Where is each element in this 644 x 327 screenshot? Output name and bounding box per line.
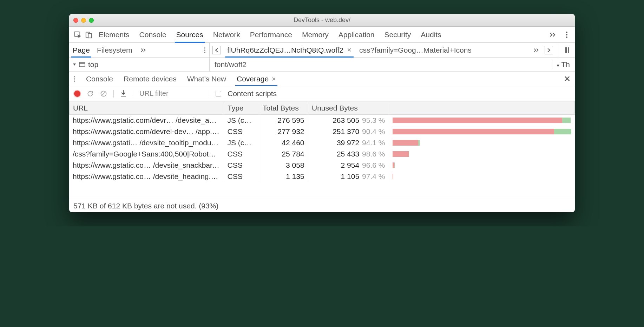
main-tab-application[interactable]: Application xyxy=(339,27,375,42)
svg-point-3 xyxy=(566,32,567,33)
drawer-tab-coverage[interactable]: Coverage ✕ xyxy=(237,72,276,86)
cell-usage-bar xyxy=(389,115,575,126)
svg-point-4 xyxy=(566,34,567,35)
sources-subrow: Page Filesystem flUhRq6tzZclQEJ…NcIhQ8tQ… xyxy=(69,43,575,58)
cell-type: CSS xyxy=(224,160,259,171)
svg-point-5 xyxy=(566,36,567,38)
cell-total: 25 784 xyxy=(259,148,308,160)
navigator-kebab-icon[interactable] xyxy=(204,47,206,53)
col-total-header[interactable]: Total Bytes xyxy=(259,101,308,115)
svg-rect-2 xyxy=(88,33,91,38)
close-tab-icon[interactable]: ✕ xyxy=(347,47,351,53)
cell-total: 1 135 xyxy=(259,171,308,182)
coverage-row[interactable]: https://www.gstatic.com/devr… /devsite_a… xyxy=(69,115,575,126)
cell-unused: 1 10597.4 % xyxy=(308,171,389,182)
editor-overflow-icon[interactable] xyxy=(533,48,540,52)
coverage-toolbar: URL filter Content scripts xyxy=(69,86,575,101)
col-type-header[interactable]: Type xyxy=(224,101,259,115)
file-tab-label: flUhRq6tzZclQEJ…NcIhQ8tQ.woff2 xyxy=(227,46,343,54)
cell-usage-bar xyxy=(389,126,575,137)
content-scripts-label: Content scripts xyxy=(228,89,277,98)
file-tab-css[interactable]: css?family=Goog…Material+Icons xyxy=(358,43,473,57)
svg-point-6 xyxy=(204,47,205,48)
expand-triangle-icon[interactable] xyxy=(73,63,76,66)
svg-line-15 xyxy=(102,92,105,95)
main-tab-performance[interactable]: Performance xyxy=(250,27,292,42)
svg-point-8 xyxy=(204,52,205,53)
drawer-tab-console[interactable]: Console xyxy=(86,72,113,86)
close-drawer-tab-icon[interactable]: ✕ xyxy=(271,76,276,82)
main-tab-elements[interactable]: Elements xyxy=(99,27,130,42)
cell-type: JS (coa… xyxy=(224,137,259,148)
cell-usage-bar xyxy=(389,160,575,171)
col-unused-header[interactable]: Unused Bytes xyxy=(308,101,389,115)
coverage-row[interactable]: https://www.gstatic.com/devrel-dev… /app… xyxy=(69,126,575,137)
coverage-row[interactable]: https://www.gstati… /devsite_tooltip_mod… xyxy=(69,137,575,148)
cell-total: 3 058 xyxy=(259,160,308,171)
col-url-header[interactable]: URL xyxy=(70,101,224,115)
sources-content-row: top font/woff2 ▼ Th xyxy=(69,58,575,72)
cell-usage-bar xyxy=(389,137,575,148)
main-tab-sources[interactable]: Sources xyxy=(176,27,203,42)
main-tabstrip: ElementsConsoleSourcesNetworkPerformance… xyxy=(69,27,575,43)
drawer-kebab-icon[interactable] xyxy=(73,76,75,82)
cell-total: 277 932 xyxy=(259,126,308,137)
svg-rect-16 xyxy=(121,96,126,96)
drawer-tab-remote-devices[interactable]: Remote devices xyxy=(124,72,177,86)
cell-url: https://www.gstatic.co… /devsite_snackba… xyxy=(69,160,224,171)
cell-usage-bar xyxy=(389,148,575,160)
svg-point-7 xyxy=(204,49,205,51)
next-file-icon[interactable] xyxy=(545,46,553,54)
editor-content: font/woff2 ▼ Th xyxy=(210,58,575,71)
svg-point-13 xyxy=(74,81,75,82)
cell-type: CSS xyxy=(224,126,259,137)
coverage-row[interactable]: https://www.gstatic.co… /devsite_snackba… xyxy=(69,160,575,171)
prev-file-icon[interactable] xyxy=(212,46,221,54)
overflow-tabs-icon[interactable] xyxy=(545,32,561,37)
export-icon[interactable] xyxy=(120,90,126,97)
main-tab-network[interactable]: Network xyxy=(213,27,240,42)
device-toolbar-icon[interactable] xyxy=(84,30,94,40)
navigator-tree[interactable]: top xyxy=(69,58,210,71)
cell-unused: 25 43398.6 % xyxy=(308,148,389,160)
navigator-tab-filesystem[interactable]: Filesystem xyxy=(97,43,132,57)
svg-point-12 xyxy=(74,78,75,80)
coverage-row[interactable]: https://www.gstatic.co… /devsite_heading… xyxy=(69,171,575,182)
settings-kebab-icon[interactable] xyxy=(562,31,571,38)
main-tab-audits[interactable]: Audits xyxy=(421,27,441,42)
record-button[interactable] xyxy=(74,91,80,97)
navigator-overflow-icon[interactable] xyxy=(140,48,147,52)
window-title: DevTools - web.dev/ xyxy=(69,16,575,24)
cell-url: https://www.gstati… /devsite_tooltip_mod… xyxy=(69,137,224,148)
cell-url: https://www.gstatic.co… /devsite_heading… xyxy=(69,171,224,182)
file-tab-label: css?family=Goog…Material+Icons xyxy=(359,46,472,54)
file-tab-woff2[interactable]: flUhRq6tzZclQEJ…NcIhQ8tQ.woff2 ✕ xyxy=(226,43,353,57)
navigator-tab-page[interactable]: Page xyxy=(73,43,90,57)
reload-icon[interactable] xyxy=(87,90,94,97)
cell-unused: 251 37090.4 % xyxy=(308,126,389,137)
main-tab-memory[interactable]: Memory xyxy=(302,27,329,42)
threads-panel-toggle[interactable]: ▼ Th xyxy=(552,60,570,69)
coverage-row[interactable]: /css?family=Google+Sans:400,500|Roboto:4… xyxy=(69,148,575,160)
cell-type: CSS xyxy=(224,171,259,182)
cell-unused: 263 50595.3 % xyxy=(308,115,389,126)
main-tab-console[interactable]: Console xyxy=(139,27,166,42)
cell-url: https://www.gstatic.com/devr… /devsite_a… xyxy=(69,115,224,126)
main-tab-security[interactable]: Security xyxy=(384,27,411,42)
pause-script-icon[interactable] xyxy=(558,43,572,57)
cell-unused: 39 97294.1 % xyxy=(308,137,389,148)
cell-type: CSS xyxy=(224,148,259,160)
col-viz-header xyxy=(389,101,575,115)
url-filter-input[interactable]: URL filter xyxy=(139,89,203,98)
drawer-tab-whats-new[interactable]: What's New xyxy=(187,72,226,86)
navigator-panel-tabs: Page Filesystem xyxy=(69,43,210,57)
inspect-element-icon[interactable] xyxy=(73,30,83,40)
devtools-window: DevTools - web.dev/ ElementsConsoleSourc… xyxy=(69,14,575,212)
cell-total: 276 595 xyxy=(259,115,308,126)
content-scripts-checkbox[interactable] xyxy=(216,91,221,96)
clear-icon[interactable] xyxy=(100,90,107,97)
cell-usage-bar xyxy=(389,171,575,182)
file-mime-label: font/woff2 xyxy=(215,60,247,69)
close-drawer-icon[interactable]: ✕ xyxy=(564,74,571,84)
cell-unused: 2 95496.6 % xyxy=(308,160,389,171)
